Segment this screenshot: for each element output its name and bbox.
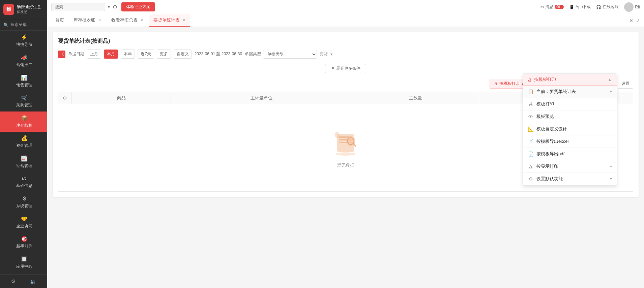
mobile-icon: 📱 [569, 5, 574, 9]
table-column-settings-icon[interactable]: ⚙ [63, 95, 67, 101]
sidebar-nav: ⚡ 快捷导航 📣 营销推广 📊 销售管理 🛒 采购管理 📦 库存核算 💰 资金管… [0, 31, 47, 275]
messages-item[interactable]: ✉ 消息 99+ [540, 4, 564, 10]
guide-icon: 🎯 [21, 236, 28, 242]
display-print-item[interactable]: 🖨 按显示打印 ▾ [523, 160, 617, 173]
sidebar-item-label: 营销推广 [16, 62, 32, 68]
topbar-settings-icon[interactable]: ⚙ [113, 4, 117, 10]
column-header-product: 商品 [72, 92, 171, 104]
sidebar-item-business[interactable]: 📈 经营管理 [0, 152, 47, 172]
filter-require-dropdown[interactable]: ▾ [330, 52, 332, 57]
tab-order-stats-close[interactable]: × [182, 18, 186, 23]
inventory-icon: 📦 [21, 115, 28, 121]
search-icon: 🔍 [3, 23, 8, 27]
tab-home-label: 首页 [55, 17, 64, 23]
filter-bar: 《 单据日期 上月 本月 本年 近7天 更多 自定义 2023-06-01 至 … [58, 50, 633, 59]
tab-batch-account-label: 库存批次账 [74, 17, 95, 23]
quick-nav-icon: ⚡ [21, 34, 28, 40]
empty-illustration [329, 127, 362, 158]
date-filter-label: 单据日期 [68, 51, 84, 57]
filter-toggle-button[interactable]: 《 [58, 51, 65, 58]
sidebar-item-label: 新手引导 [16, 244, 32, 249]
page-content: 要货单统计表(按商品) 《 单据日期 上月 本月 本年 近7天 更多 自定义 2… [47, 27, 644, 288]
sidebar-item-apps[interactable]: 🔲 应用中心 [0, 253, 47, 273]
main-content: ▾ ⚙ 体验行业方案 ✉ 消息 99+ 📱 App下载 🎧 在线客服 Rit [47, 0, 644, 288]
set-default-item[interactable]: ⚙ 设置默认功能 ▾ [523, 173, 617, 185]
topbar-dropdown-arrow[interactable]: ▾ [108, 5, 110, 9]
sidebar-item-label: 经营管理 [16, 163, 32, 169]
topbar: ▾ ⚙ 体验行业方案 ✉ 消息 99+ 📱 App下载 🎧 在线客服 Rit [47, 0, 644, 14]
current-year-button[interactable]: 本年 [121, 50, 135, 59]
settings-footer-icon[interactable]: ⚙ [11, 278, 16, 285]
sidebar-item-label: 快捷导航 [16, 42, 32, 47]
custom-date-button[interactable]: 自定义 [174, 50, 192, 59]
online-service-item[interactable]: 🎧 在线客服 [596, 4, 619, 10]
sidebar-item-sales[interactable]: 📊 销售管理 [0, 71, 47, 91]
template-custom-item[interactable]: 📐 模板自定义设计 [523, 123, 617, 135]
template-export-excel-item[interactable]: 📄 按模板导出excel [523, 135, 617, 148]
topbar-search-input[interactable] [51, 3, 105, 11]
set-default-arrow: ▾ [610, 177, 612, 181]
sidebar-item-label: 系统管理 [16, 203, 32, 209]
template-print-item[interactable]: 🖨 模板打印 [523, 98, 617, 110]
order-type-select[interactable]: 单据类型 [263, 50, 317, 59]
headset-icon: 🎧 [596, 5, 601, 9]
app-badge: 标准版 [17, 10, 41, 14]
sidebar-item-guide[interactable]: 🎯 新手引导 [0, 232, 47, 253]
topbar-right: ✉ 消息 99+ 📱 App下载 🎧 在线客服 Rit [540, 2, 640, 12]
sidebar-item-marketing[interactable]: 📣 营销推广 [0, 51, 47, 71]
messages-label: 消息 [545, 4, 553, 10]
template-export-pdf-label: 按模板导出pdf [536, 151, 564, 157]
window-maximize-button[interactable]: ⤢ [636, 18, 640, 23]
template-export-excel-icon: 📄 [528, 139, 534, 144]
tab-order-stats[interactable]: 要货单统计表 × [149, 14, 190, 27]
column-header-unit: 主计量单位 [171, 92, 352, 104]
user-item[interactable]: Rit [624, 2, 640, 12]
prev-month-button[interactable]: 上月 [87, 50, 101, 59]
sidebar-item-label: 资金管理 [16, 143, 32, 149]
base-icon: 🗂 [22, 175, 27, 182]
template-custom-icon: 📐 [528, 126, 534, 132]
sidebar-item-collab[interactable]: 🤝 企业协同 [0, 212, 47, 232]
print-dropdown-close-icon[interactable]: ▲ [607, 77, 612, 82]
sidebar-item-quick-nav[interactable]: ⚡ 快捷导航 [0, 31, 47, 51]
tab-batch-account[interactable]: 库存批次账 × [69, 14, 106, 27]
sidebar-item-purchase[interactable]: 🛒 采购管理 [0, 91, 47, 111]
trial-button[interactable]: 体验行业方案 [121, 2, 155, 11]
sidebar-item-inventory[interactable]: 📦 库存核算 [0, 111, 47, 132]
current-template-icon: 📋 [528, 89, 534, 94]
current-month-button[interactable]: 本月 [104, 50, 118, 59]
sidebar-item-base[interactable]: 🗂 基础信息 [0, 172, 47, 192]
marketing-icon: 📣 [21, 54, 28, 61]
table-settings-header: ⚙ [58, 92, 72, 104]
last-7-days-button[interactable]: 近7天 [138, 50, 154, 59]
print-btn-label: 按模板打印 [499, 81, 520, 87]
template-preview-item[interactable]: 👁 模板预览 [523, 110, 617, 123]
sidebar-search-label: 搜索菜单 [10, 22, 27, 28]
tabs-bar: 首页 库存批次账 × 收发存汇总表 × 要货单统计表 × ✕ ⤢ [47, 14, 644, 27]
sidebar-item-finance[interactable]: 💰 资金管理 [0, 132, 47, 152]
svg-point-0 [335, 152, 356, 156]
filter-type-area: 单据类型 单据类型 [245, 50, 317, 59]
tab-home[interactable]: 首页 [51, 14, 68, 27]
tab-receipt-summary-close[interactable]: × [140, 18, 144, 23]
settings-button[interactable]: 设置 [618, 79, 633, 89]
set-default-icon: ⚙ [528, 176, 534, 182]
empty-text: 暂无数据 [337, 162, 354, 168]
filter-require-label: 要货 [320, 51, 328, 57]
volume-icon[interactable]: 🔈 [30, 278, 37, 285]
tab-batch-account-close[interactable]: × [97, 18, 102, 23]
more-dates-button[interactable]: 更多 [157, 50, 171, 59]
tab-receipt-summary[interactable]: 收发存汇总表 × [107, 14, 148, 27]
app-download-item[interactable]: 📱 App下载 [569, 4, 591, 10]
sidebar-item-system[interactable]: ⚙ 系统管理 [0, 192, 47, 212]
sidebar-search[interactable]: 🔍 搜索菜单 [0, 19, 47, 31]
collab-icon: 🤝 [21, 216, 28, 222]
template-export-pdf-item[interactable]: 📄 按模板导出pdf [523, 148, 617, 160]
sidebar-item-label: 采购管理 [16, 102, 32, 108]
sidebar-logo: 畅 畅赚通好生意 标准版 [0, 0, 47, 19]
window-close-button[interactable]: ✕ [629, 18, 633, 23]
messages-badge: 99+ [555, 5, 564, 9]
expand-more-button[interactable]: ▼ 展开更多条件 [325, 64, 366, 73]
current-template-item[interactable]: 📋 当前：要货单统计表 ▾ [523, 86, 617, 98]
sidebar: 畅 畅赚通好生意 标准版 🔍 搜索菜单 ⚡ 快捷导航 📣 营销推广 📊 销售管理… [0, 0, 47, 288]
